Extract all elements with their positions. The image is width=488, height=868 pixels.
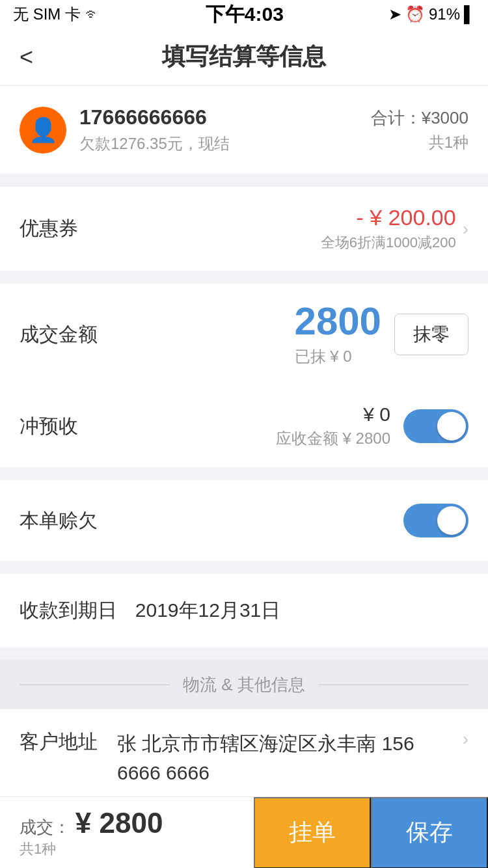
prepay-toggle[interactable]: [403, 409, 468, 443]
prepay-row: 冲预收 ¥ 0 应收金额 ¥ 2800: [0, 385, 488, 467]
bottom-deal-count: 共1种: [20, 839, 234, 859]
avatar-icon: 👤: [29, 116, 58, 144]
customer-left: 👤 17666666666 欠款1276.35元，现结: [20, 105, 230, 154]
gap5: [0, 647, 488, 660]
page-title: 填写结算等信息: [162, 41, 326, 73]
prepay-right: ¥ 0 应收金额 ¥ 2800: [276, 403, 468, 449]
debit-label: 本单赊欠: [20, 508, 98, 534]
avatar: 👤: [20, 107, 66, 154]
customer-phone: 17666666666: [79, 105, 230, 129]
customer-info: 17666666666 欠款1276.35元，现结: [79, 105, 230, 154]
battery-icon: ▌: [464, 5, 475, 23]
gap4: [0, 561, 488, 574]
prepay-label: 冲预收: [20, 413, 78, 440]
chevron-right-icon: ›: [463, 219, 468, 239]
customer-right: 合计：¥3000 共1种: [371, 107, 468, 153]
deal-number: 2800: [295, 302, 381, 341]
address-chevron-icon: ›: [463, 729, 468, 750]
customer-row: 👤 17666666666 欠款1276.35元，现结 合计：¥3000 共1种: [0, 86, 488, 174]
coupon-label: 优惠券: [20, 215, 78, 242]
deal-amount-right: 2800 已抹 ¥ 0 抹零: [295, 302, 468, 367]
due-date-label: 收款到期日: [20, 599, 117, 621]
status-left: 无 SIM 卡 ᯤ: [13, 4, 101, 25]
total-label: 合计：¥3000: [371, 107, 468, 129]
total-count: 共1种: [371, 132, 468, 153]
address-label: 客户地址: [20, 729, 98, 755]
coupon-info: - ¥ 200.00 全场6折满1000减200: [321, 205, 456, 252]
debit-row: 本单赊欠: [0, 480, 488, 561]
coupon-amount: - ¥ 200.00: [321, 205, 456, 230]
coupon-right: - ¥ 200.00 全场6折满1000减200 ›: [321, 205, 468, 252]
divider-line-right: [318, 685, 468, 685]
deal-amount-row: 成交金额 2800 已抹 ¥ 0 抹零: [0, 284, 488, 385]
logistics-label: 物流 & 其他信息: [183, 673, 305, 696]
gap1: [0, 174, 488, 187]
bottom-deal-amount: ¥ 2800: [75, 807, 163, 839]
debit-toggle[interactable]: [403, 504, 468, 537]
sim-status: 无 SIM 卡 ᯤ: [13, 4, 101, 25]
direction-icon: ➤: [388, 5, 401, 23]
back-button[interactable]: <: [20, 44, 33, 71]
prepay-sub: 应收金额 ¥ 2800: [276, 428, 390, 449]
deal-amount-info: 2800 已抹 ¥ 0: [295, 302, 381, 367]
deal-sub: 已抹 ¥ 0: [295, 346, 381, 367]
bottom-deal-row: 成交： ¥ 2800: [20, 807, 234, 839]
customer-sub: 欠款1276.35元，现结: [79, 133, 230, 154]
coupon-desc: 全场6折满1000减200: [321, 233, 456, 252]
nav-bar: < 填写结算等信息: [0, 29, 488, 86]
status-bar: 无 SIM 卡 ᯤ 下午4:03 ➤ ⏰ 91% ▌: [0, 0, 488, 29]
bottom-bar: 成交： ¥ 2800 共1种 挂单 保存: [0, 796, 488, 868]
alarm-icon: ⏰: [405, 5, 425, 23]
prepay-amount: ¥ 0: [276, 403, 390, 426]
status-time: 下午4:03: [206, 1, 284, 28]
deal-amount-label: 成交金额: [20, 321, 98, 348]
address-row[interactable]: 客户地址 张 北京市市辖区海淀区永丰南 156 6666 6666 ›: [0, 709, 488, 807]
due-date-row: 收款到期日 2019年12月31日: [0, 574, 488, 647]
divider-line-left: [20, 685, 170, 685]
bottom-deal-label: 成交：: [20, 817, 70, 837]
prepay-vals: ¥ 0 应收金额 ¥ 2800: [276, 403, 390, 449]
battery-status: 91%: [429, 5, 460, 23]
bottom-left: 成交： ¥ 2800 共1种: [0, 807, 254, 859]
round-off-button[interactable]: 抹零: [394, 314, 468, 355]
gap3: [0, 467, 488, 480]
logistics-divider: 物流 & 其他信息: [0, 660, 488, 709]
hang-order-button[interactable]: 挂单: [254, 797, 371, 869]
coupon-row[interactable]: 优惠券 - ¥ 200.00 全场6折满1000减200 ›: [0, 187, 488, 271]
gap2: [0, 271, 488, 284]
due-date-value: 2019年12月31日: [135, 599, 280, 621]
address-value: 张 北京市市辖区海淀区永丰南 156 6666 6666: [117, 729, 463, 787]
status-right: ➤ ⏰ 91% ▌: [388, 5, 475, 23]
save-button[interactable]: 保存: [371, 797, 488, 869]
